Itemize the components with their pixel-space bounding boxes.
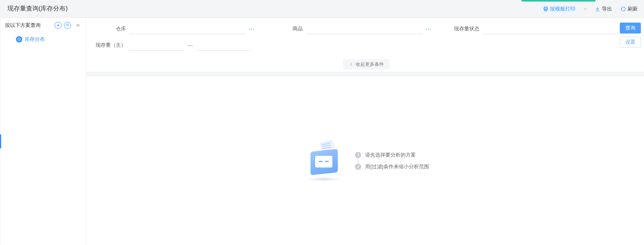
qty-label: 现存量（主） — [94, 42, 129, 49]
active-nav-marker — [0, 134, 1, 148]
sidebar-title: 按以下方案查询 — [5, 22, 41, 29]
empty-step-1: 1 请先选择要分析的方案 — [355, 152, 429, 159]
sidebar-item-inventory-distribution[interactable]: 库存分布 — [5, 34, 81, 44]
body: 按以下方案查询 库存分布 — [0, 18, 644, 245]
qty-field: 现存量（主） — — [94, 40, 251, 51]
step-text-1: 请先选择要分析的方案 — [365, 152, 416, 159]
step-number-2: 2 — [355, 164, 361, 170]
action-buttons: 查询 设置 — [620, 23, 641, 48]
filters-row-1: 仓库 ⋯ 商品 ⋯ 现存量状态 — [86, 18, 644, 34]
product-picker-icon[interactable]: ⋯ — [425, 25, 432, 33]
content-panel: 查询 设置 仓库 ⋯ 商品 ⋯ 现存量状态 — [86, 18, 644, 245]
scheme-settings-button[interactable] — [64, 22, 71, 29]
status-input[interactable] — [483, 23, 631, 34]
print-label: 按模板打印 — [550, 5, 575, 12]
toolbar: 按模板打印 导出 刷新 — [540, 4, 641, 14]
svg-point-5 — [67, 25, 68, 26]
warehouse-label: 仓库 — [94, 25, 129, 32]
export-button[interactable]: 导出 — [592, 4, 615, 14]
sidebar-item-label: 库存分布 — [25, 36, 45, 43]
sidebar: 按以下方案查询 库存分布 — [0, 18, 86, 245]
qty-to-input[interactable] — [197, 40, 251, 51]
settings-button[interactable]: 设置 — [620, 37, 641, 48]
app-left-rail — [0, 0, 0, 245]
range-separator: — — [188, 42, 193, 48]
sidebar-header: 按以下方案查询 — [5, 22, 81, 29]
product-field: 商品 ⋯ — [271, 23, 432, 34]
accent-strip — [522, 0, 596, 2]
print-dropdown-button[interactable] — [581, 4, 589, 14]
divider-gap — [86, 72, 644, 76]
top-bar: 现存量查询(库存分布) 按模板打印 导出 — [0, 0, 644, 18]
empty-state: 1 请先选择要分析的方案 2 用[过滤]条件来缩小分析范围 — [86, 76, 644, 245]
warehouse-field: 仓库 ⋯ — [94, 23, 255, 34]
query-button[interactable]: 查询 — [620, 23, 641, 33]
step-text-2: 用[过滤]条件来缩小分析范围 — [365, 163, 429, 170]
empty-steps: 1 请先选择要分析的方案 2 用[过滤]条件来缩小分析范围 — [355, 149, 429, 173]
collapse-label: 收起更多条件 — [356, 61, 384, 68]
product-label: 商品 — [271, 25, 306, 32]
collapse-conditions-button[interactable]: 收起更多条件 — [343, 59, 390, 69]
warehouse-input[interactable] — [129, 23, 246, 34]
empty-step-2: 2 用[过滤]条件来缩小分析范围 — [355, 163, 429, 170]
add-scheme-button[interactable] — [55, 22, 62, 29]
empty-illustration — [303, 139, 346, 182]
status-label: 现存量状态 — [447, 25, 483, 32]
qty-from-input[interactable] — [129, 40, 184, 51]
warehouse-picker-icon[interactable]: ⋯ — [248, 25, 255, 33]
export-label: 导出 — [602, 5, 612, 12]
filters-row-2: 现存量（主） — — [86, 34, 644, 51]
refresh-button[interactable]: 刷新 — [617, 4, 641, 14]
refresh-icon — [621, 6, 626, 12]
main-area: 现存量查询(库存分布) 按模板打印 导出 — [0, 0, 644, 245]
sidebar-collapse-button[interactable] — [75, 22, 81, 28]
step-number-1: 1 — [355, 152, 361, 158]
refresh-label: 刷新 — [628, 5, 638, 12]
double-chevron-up-icon — [349, 62, 353, 67]
cube-icon — [16, 36, 22, 42]
status-field: 现存量状态 — [447, 23, 639, 34]
page-title: 现存量查询(库存分布) — [7, 5, 68, 13]
printer-icon — [543, 6, 548, 12]
print-template-button[interactable]: 按模板打印 — [540, 4, 578, 14]
chevron-down-icon — [582, 6, 588, 12]
product-input[interactable] — [306, 23, 423, 34]
export-icon — [595, 6, 600, 12]
step-connector — [358, 158, 358, 163]
